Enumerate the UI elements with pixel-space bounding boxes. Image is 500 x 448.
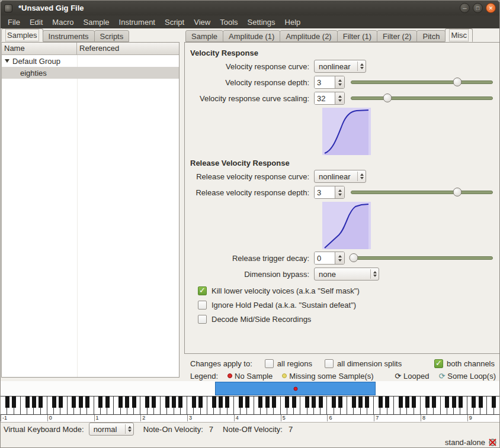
black-key[interactable] — [272, 397, 276, 408]
menu-edit[interactable]: Edit — [25, 15, 47, 28]
spin-arrows-icon[interactable] — [335, 76, 344, 88]
slider-handle[interactable] — [453, 78, 462, 86]
black-key[interactable] — [379, 397, 383, 408]
spin-arrows-icon[interactable] — [335, 92, 344, 104]
decode-midside-checkbox[interactable] — [198, 315, 207, 324]
minimize-button[interactable]: ─ — [460, 3, 470, 13]
keyboard-mode-dropdown[interactable]: normal — [89, 423, 134, 436]
tab-sample[interactable]: Sample — [185, 30, 223, 42]
all-dimension-splits-checkbox[interactable] — [325, 359, 334, 368]
black-key[interactable] — [332, 397, 336, 408]
black-key[interactable] — [32, 397, 36, 408]
menu-macro[interactable]: Macro — [47, 15, 78, 28]
black-key[interactable] — [118, 397, 123, 408]
expander-icon[interactable] — [5, 59, 9, 63]
black-key[interactable] — [98, 397, 102, 408]
black-key[interactable] — [225, 397, 229, 408]
tab-scripts[interactable]: Scripts — [94, 30, 130, 42]
release-depth-spinner[interactable]: 3 — [314, 186, 345, 199]
tree-row-sample[interactable]: eighties — [2, 67, 179, 79]
both-channels-checkbox[interactable] — [434, 359, 443, 368]
close-button[interactable]: ✕ — [486, 3, 496, 13]
black-key[interactable] — [72, 397, 76, 408]
black-key[interactable] — [165, 397, 169, 408]
dimension-bypass-dropdown[interactable]: none — [314, 267, 379, 281]
tab-filter-2[interactable]: Filter (2) — [377, 30, 417, 42]
black-key[interactable] — [385, 397, 389, 408]
black-key[interactable] — [292, 397, 296, 408]
velocity-scaling-slider[interactable] — [351, 92, 493, 105]
tab-amplitude-1[interactable]: Amplitude (1) — [223, 30, 280, 42]
spin-arrows-icon[interactable] — [335, 252, 344, 264]
all-regions-checkbox[interactable] — [265, 359, 274, 368]
samples-tree[interactable]: Name Referenced Default Group eighties — [1, 42, 180, 378]
release-decay-slider[interactable] — [351, 252, 493, 265]
spin-arrows-icon[interactable] — [335, 186, 344, 198]
velocity-depth-spinner[interactable]: 3 — [314, 76, 345, 89]
menu-help[interactable]: Help — [280, 15, 306, 28]
black-key[interactable] — [5, 397, 9, 408]
black-key[interactable] — [352, 397, 356, 408]
black-key[interactable] — [285, 397, 289, 408]
black-key[interactable] — [412, 397, 416, 408]
velocity-depth-slider[interactable] — [351, 76, 493, 89]
black-key[interactable] — [405, 397, 409, 408]
tab-samples[interactable]: Samples — [1, 28, 43, 42]
release-decay-spinner[interactable]: 0 — [314, 252, 345, 265]
black-key[interactable] — [445, 397, 449, 408]
ignore-hold-pedal-checkbox[interactable] — [198, 301, 207, 310]
black-key[interactable] — [472, 397, 476, 408]
black-key[interactable] — [319, 397, 323, 408]
maximize-button[interactable]: □ — [473, 3, 483, 13]
black-key[interactable] — [79, 397, 83, 408]
black-key[interactable] — [452, 397, 456, 408]
menu-script[interactable]: Script — [160, 15, 189, 28]
kill-lower-velocity-checkbox[interactable] — [198, 286, 207, 295]
black-key[interactable] — [312, 397, 316, 408]
menu-file[interactable]: File — [3, 15, 25, 28]
slider-handle[interactable] — [383, 94, 392, 102]
black-key[interactable] — [479, 397, 483, 408]
tab-misc[interactable]: Misc — [445, 28, 473, 42]
black-key[interactable] — [105, 397, 110, 408]
column-header-referenced[interactable]: Referenced — [77, 43, 179, 54]
menu-instrument[interactable]: Instrument — [114, 15, 160, 28]
black-key[interactable] — [125, 397, 129, 408]
black-key[interactable] — [245, 397, 249, 408]
black-key[interactable] — [25, 397, 30, 408]
black-key[interactable] — [145, 397, 149, 408]
menu-tools[interactable]: Tools — [215, 15, 242, 28]
black-key[interactable] — [399, 397, 403, 408]
release-curve-dropdown[interactable]: nonlinear — [314, 170, 366, 183]
black-key[interactable] — [52, 397, 56, 408]
keyboard-keys[interactable] — [1, 397, 500, 415]
black-key[interactable] — [305, 397, 309, 408]
black-key[interactable] — [59, 397, 63, 408]
black-key[interactable] — [432, 397, 436, 408]
virtual-keyboard[interactable]: -10123456789 — [1, 396, 500, 422]
black-key[interactable] — [192, 397, 196, 408]
black-key[interactable] — [492, 397, 496, 408]
black-key[interactable] — [219, 397, 223, 408]
tab-amplitude-2[interactable]: Amplitude (2) — [280, 30, 337, 42]
region-block[interactable] — [215, 382, 376, 395]
black-key[interactable] — [152, 397, 156, 408]
black-key[interactable] — [85, 397, 89, 408]
black-key[interactable] — [338, 397, 342, 408]
black-key[interactable] — [212, 397, 216, 408]
black-key[interactable] — [358, 397, 363, 408]
titlebar[interactable]: *Unsaved Gig File ─ □ ✕ — [1, 1, 499, 15]
black-key[interactable] — [258, 397, 262, 408]
release-depth-slider[interactable] — [351, 186, 493, 199]
column-header-name[interactable]: Name — [2, 43, 77, 54]
menu-settings[interactable]: Settings — [243, 15, 280, 28]
slider-handle[interactable] — [349, 253, 358, 262]
region-strip[interactable] — [1, 381, 500, 396]
menu-sample[interactable]: Sample — [78, 15, 114, 28]
slider-handle[interactable] — [453, 188, 462, 196]
black-key[interactable] — [39, 397, 43, 408]
black-key[interactable] — [265, 397, 270, 408]
black-key[interactable] — [198, 397, 203, 408]
menu-view[interactable]: View — [189, 15, 215, 28]
tree-row-default-group[interactable]: Default Group — [2, 55, 179, 67]
